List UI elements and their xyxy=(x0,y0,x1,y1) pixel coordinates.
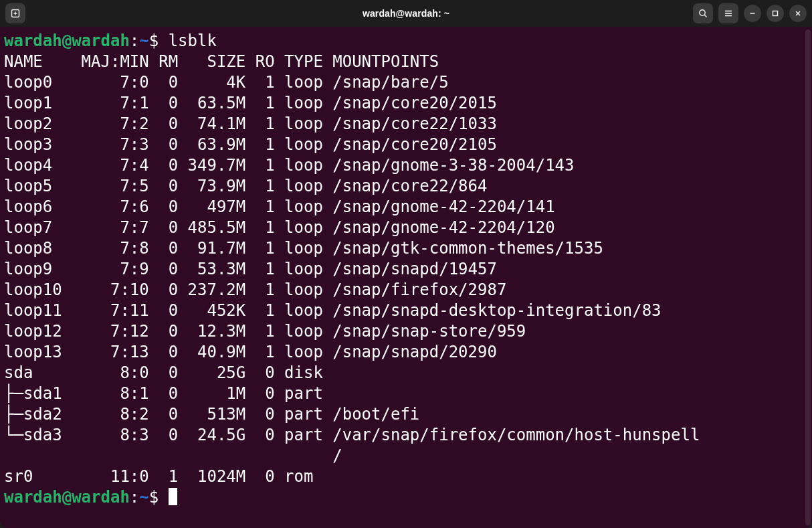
cursor xyxy=(169,488,177,505)
table-row: loop9 7:9 0 53.3M 1 loop /snap/snapd/194… xyxy=(4,259,805,280)
table-row: loop2 7:2 0 74.1M 1 loop /snap/core22/10… xyxy=(4,114,805,135)
table-row: sr0 11:0 1 1024M 0 rom xyxy=(4,466,805,487)
minimize-button[interactable] xyxy=(744,5,761,22)
table-row: loop11 7:11 0 452K 1 loop /snap/snapd-de… xyxy=(4,300,805,321)
table-row: loop7 7:7 0 485.5M 1 loop /snap/gnome-42… xyxy=(4,217,805,238)
svg-rect-9 xyxy=(773,11,777,16)
prompt-cwd: ~ xyxy=(139,488,148,507)
table-row: loop0 7:0 0 4K 1 loop /snap/bare/5 xyxy=(4,72,805,93)
table-row: loop1 7:1 0 63.5M 1 loop /snap/core20/20… xyxy=(4,93,805,114)
maximize-button[interactable] xyxy=(767,5,784,22)
table-row: └─sda3 8:3 0 24.5G 0 part /var/snap/fire… xyxy=(4,425,805,446)
table-row: loop8 7:8 0 91.7M 1 loop /snap/gtk-commo… xyxy=(4,238,805,259)
svg-line-4 xyxy=(704,15,706,17)
close-button[interactable] xyxy=(789,5,807,22)
svg-point-3 xyxy=(700,10,705,15)
prompt-cwd: ~ xyxy=(139,31,148,50)
table-row: ├─sda1 8:1 0 1M 0 part xyxy=(4,383,805,404)
table-row: ├─sda2 8:2 0 513M 0 part /boot/efi xyxy=(4,404,805,425)
table-row: loop13 7:13 0 40.9M 1 loop /snap/snapd/2… xyxy=(4,342,805,363)
search-button[interactable] xyxy=(693,3,713,23)
table-row: sda 8:0 0 25G 0 disk xyxy=(4,363,805,383)
command-text: lsblk xyxy=(169,31,217,50)
table-row: loop12 7:12 0 12.3M 1 loop /snap/snap-st… xyxy=(4,321,805,342)
prompt-user-host: wardah@wardah xyxy=(4,488,130,507)
prompt-user-host: wardah@wardah xyxy=(4,31,130,50)
table-row: loop6 7:6 0 497M 1 loop /snap/gnome-42-2… xyxy=(4,197,805,217)
table-row: loop10 7:10 0 237.2M 1 loop /snap/firefo… xyxy=(4,280,805,300)
new-tab-button[interactable] xyxy=(5,3,25,23)
scrollbar[interactable] xyxy=(805,29,811,525)
table-header: NAME MAJ:MIN RM SIZE RO TYPE MOUNTPOINTS xyxy=(4,52,805,72)
titlebar: wardah@wardah: ~ xyxy=(0,0,812,27)
window-title: wardah@wardah: ~ xyxy=(363,8,449,19)
terminal-output: wardah@wardah:~$ lsblkNAME MAJ:MIN RM SI… xyxy=(4,31,805,508)
table-row: loop5 7:5 0 73.9M 1 loop /snap/core22/86… xyxy=(4,176,805,197)
hamburger-menu-button[interactable] xyxy=(718,3,738,23)
table-row: / xyxy=(4,446,805,466)
terminal-area[interactable]: wardah@wardah:~$ lsblkNAME MAJ:MIN RM SI… xyxy=(0,27,812,528)
table-row: loop4 7:4 0 349.7M 1 loop /snap/gnome-3-… xyxy=(4,155,805,176)
table-row: loop3 7:3 0 63.9M 1 loop /snap/core20/21… xyxy=(4,135,805,155)
